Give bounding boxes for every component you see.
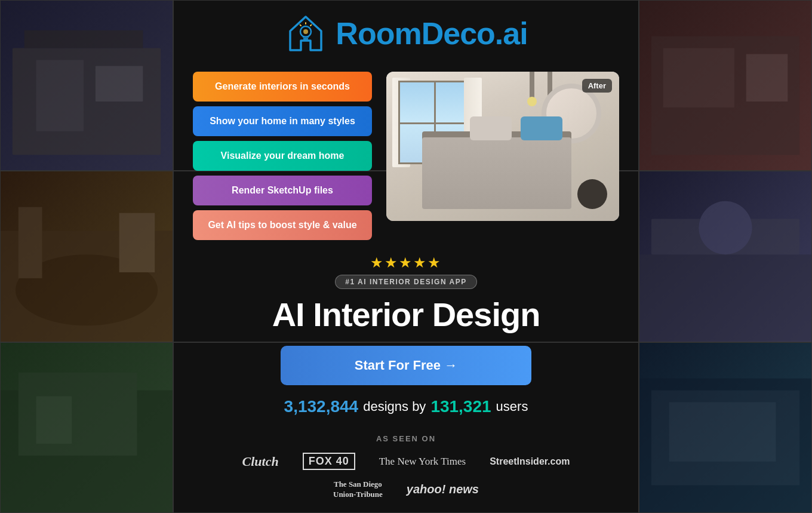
- feature-buttons-list: Generate interiors in seconds Show your …: [193, 72, 372, 240]
- users-count: 131,321: [430, 397, 491, 416]
- users-label: users: [496, 399, 528, 414]
- ratings-area: ★★★★★ #1 AI INTERIOR DESIGN APP: [335, 254, 476, 289]
- btn-render[interactable]: Render SketchUp files: [193, 176, 372, 205]
- designs-label: designs by: [363, 399, 426, 414]
- press-clutch: Clutch: [242, 454, 279, 469]
- press-uniontrib: The San DiegoUnion-Tribune: [333, 480, 383, 500]
- app-badge: #1 AI INTERIOR DESIGN APP: [335, 275, 476, 289]
- press-streetinsider: StreetInsider.com: [490, 456, 570, 467]
- as-seen-label: AS SEEN ON: [376, 434, 436, 443]
- star-rating: ★★★★★: [370, 254, 442, 271]
- hero-row: Generate interiors in seconds Show your …: [193, 72, 619, 240]
- main-headline: AI Interior Design: [272, 295, 540, 334]
- svg-line-22: [310, 25, 311, 26]
- as-seen-on-section: AS SEEN ON Clutch FOX 40 The New York Ti…: [242, 434, 570, 500]
- btn-visualize[interactable]: Visualize your dream home: [193, 141, 372, 171]
- cta-start-button[interactable]: Start For Free →: [281, 346, 531, 385]
- sim-side-table: [577, 179, 607, 209]
- bedroom-simulation: [386, 72, 619, 221]
- btn-tips[interactable]: Get AI tips to boost style & value: [193, 210, 372, 240]
- btn-show[interactable]: Show your home in many styles: [193, 106, 372, 136]
- main-content: RoomDeco.ai Generate interiors in second…: [0, 0, 812, 512]
- press-nyt: The New York Times: [379, 456, 466, 468]
- svg-point-24: [303, 29, 308, 34]
- after-badge: After: [582, 79, 612, 93]
- svg-line-23: [300, 25, 301, 26]
- press-fox40: FOX 40: [303, 453, 355, 470]
- sim-bed: [422, 137, 571, 209]
- btn-generate[interactable]: Generate interiors in seconds: [193, 72, 372, 102]
- sim-pillow-left: [470, 116, 512, 140]
- designs-count: 3,132,844: [284, 397, 359, 416]
- sim-pillow-right: [521, 116, 562, 140]
- preview-image: After: [386, 72, 619, 221]
- house-lightbulb-icon: [284, 12, 327, 55]
- logo-text: RoomDeco.ai: [336, 16, 527, 51]
- sim-pendant-1: [530, 72, 534, 102]
- press-yahoo: yahoo! news: [407, 483, 479, 496]
- logo-area: RoomDeco.ai: [284, 12, 527, 55]
- press-logos-row2: The San DiegoUnion-Tribune yahoo! news: [333, 480, 479, 500]
- stats-row: 3,132,844 designs by 131,321 users: [284, 397, 528, 416]
- sim-pendant-bulb-1: [527, 97, 537, 106]
- press-logos-row1: Clutch FOX 40 The New York Times StreetI…: [242, 453, 570, 470]
